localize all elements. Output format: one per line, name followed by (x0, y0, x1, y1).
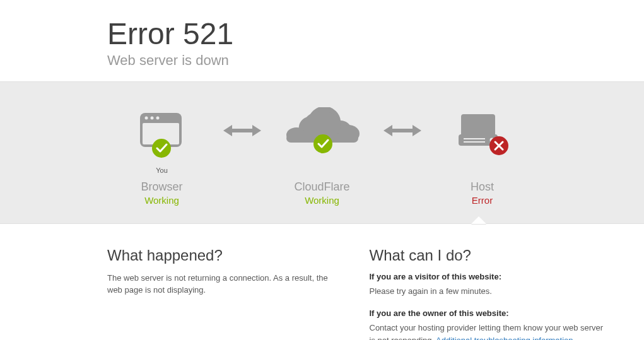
node-cloudflare: CloudFlare Working (269, 106, 376, 206)
what-can-i-do-heading: What can I do? (370, 247, 607, 264)
cloud-icon (281, 107, 363, 161)
host-name: Host (429, 180, 536, 194)
node-host: Host Error (429, 106, 536, 206)
svg-rect-19 (464, 141, 485, 143)
svg-point-2 (144, 116, 148, 119)
node-browser: You Browser Working (108, 106, 216, 206)
svg-marker-15 (383, 125, 392, 136)
arrow-icon (223, 124, 261, 138)
svg-point-5 (152, 139, 171, 158)
arrow-icon (383, 124, 421, 138)
svg-point-4 (156, 116, 159, 119)
what-happened-heading: What happened? (107, 247, 344, 264)
svg-rect-14 (390, 129, 415, 132)
what-happened-section: What happened? The web server is not ret… (107, 247, 344, 340)
svg-rect-6 (230, 129, 255, 132)
error-subtitle: Web server is down (107, 52, 644, 69)
status-band: You Browser Working (0, 81, 644, 224)
visitor-text: Please try again in a few minutes. (370, 285, 607, 298)
error-title: Error 521 (107, 18, 644, 51)
host-status: Error (429, 195, 536, 206)
owner-text: Contact your hosting provider letting th… (370, 322, 607, 340)
cloudflare-status: Working (269, 195, 376, 206)
svg-point-3 (150, 116, 153, 119)
what-can-i-do-section: What can I do? If you are a visitor of t… (370, 247, 607, 340)
svg-point-13 (313, 134, 332, 153)
cloudflare-name: CloudFlare (269, 180, 376, 194)
pointer-arrow (471, 216, 486, 224)
browser-name: Browser (108, 180, 216, 194)
what-happened-text: The web server is not returning a connec… (107, 272, 344, 296)
svg-rect-18 (464, 138, 485, 139)
svg-marker-8 (252, 125, 261, 136)
you-label: You (108, 167, 216, 174)
server-icon (452, 108, 513, 161)
svg-marker-16 (413, 125, 421, 136)
troubleshooting-link[interactable]: Additional troubleshooting information (436, 336, 573, 340)
visitor-heading: If you are a visitor of this website: (370, 272, 607, 281)
browser-status: Working (108, 195, 216, 206)
browser-icon (134, 109, 190, 160)
owner-heading: If you are the owner of this website: (370, 308, 607, 318)
svg-marker-7 (223, 125, 232, 136)
